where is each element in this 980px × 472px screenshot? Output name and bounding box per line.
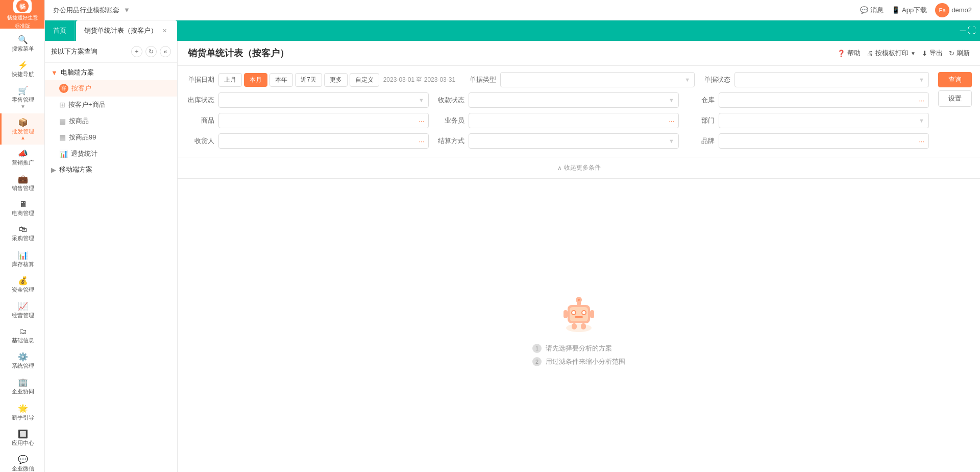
tab-sales-stats[interactable]: 销货单统计表（按客户） ✕	[76, 20, 177, 41]
collapse-label: 收起更多条件	[564, 163, 601, 172]
refresh-btn[interactable]: ↻ 刷新	[949, 49, 970, 58]
sidebar-item-marketing[interactable]: 📣 营销推广	[0, 145, 44, 170]
payment-arrow: ▼	[669, 97, 674, 103]
download-icon: 📱	[892, 6, 900, 14]
tab-minimize-btn[interactable]: ─	[960, 26, 966, 35]
tab-home[interactable]: 首页	[45, 20, 75, 41]
scheme-item-by-customer[interactable]: 客 按客户	[45, 80, 177, 97]
sales-stats-tab-label: 销货单统计表（按客户）	[84, 26, 157, 35]
order-status-select[interactable]: ▼	[734, 72, 929, 87]
this-year-btn[interactable]: 本年	[270, 73, 293, 87]
print-icon: 🖨	[867, 50, 873, 57]
template-print-btn[interactable]: 🖨 按模板打印 ▼	[867, 49, 916, 58]
tab-close-btn[interactable]: ✕	[160, 27, 168, 35]
sidebar-label-system: 系统管理	[12, 363, 34, 369]
more-date-btn[interactable]: 更多	[324, 73, 348, 87]
sidebar-item-finance[interactable]: 💰 资金管理	[0, 272, 44, 297]
account-dropdown-arrow[interactable]: ▼	[124, 6, 130, 14]
warehouse-dots: ···	[919, 97, 924, 104]
help-btn[interactable]: ❓ 帮助	[837, 49, 861, 58]
scheme-collapse-btn[interactable]: «	[160, 46, 171, 57]
sidebar-label-purchase: 采购管理	[12, 235, 34, 242]
wechat-icon: 💬	[18, 455, 28, 464]
logo-icon: 畅	[13, 0, 32, 13]
mobile-group-label: 移动端方案	[59, 165, 92, 174]
scheme-list: ▼ 电脑端方案 客 按客户 ⊞ 按客户+商品 ▦	[45, 63, 177, 472]
last-month-btn[interactable]: 上月	[218, 73, 242, 87]
sidebar-label-retail: 零售管理	[12, 97, 34, 103]
warehouse-select[interactable]: ···	[719, 92, 929, 108]
scheme-group-mobile-header[interactable]: ▶ 移动端方案	[45, 162, 177, 177]
scheme-item-by-customer-product[interactable]: ⊞ 按客户+商品	[45, 97, 177, 113]
sidebar-item-purchase[interactable]: 🛍 采购管理	[0, 221, 44, 246]
sidebar-item-newbie[interactable]: 🌟 新手引导	[0, 399, 44, 425]
delivery-status-select[interactable]: ▼	[218, 92, 429, 108]
warehouse-label: 仓库	[688, 96, 715, 105]
collapse-more-conditions-btn[interactable]: ∧ 收起更多条件	[551, 161, 607, 174]
refresh-icon: ↻	[149, 48, 154, 55]
app-download-label: App下载	[902, 6, 927, 15]
last-7-days-btn[interactable]: 近7天	[295, 73, 322, 87]
salesperson-select[interactable]: ···	[469, 113, 679, 128]
scheme-group-desktop-header[interactable]: ▼ 电脑端方案	[45, 65, 177, 80]
sidebar-item-sales[interactable]: 💼 销售管理	[0, 170, 44, 196]
empty-tip-2: 2 用过滤条件来缩小分析范围	[532, 357, 625, 366]
this-month-btn[interactable]: 本月	[244, 73, 267, 87]
svg-text:畅: 畅	[19, 3, 26, 10]
sidebar-item-inventory[interactable]: 📊 库存核算	[0, 246, 44, 272]
settings-btn[interactable]: 设置	[938, 90, 972, 107]
svg-point-8	[582, 311, 585, 314]
tip-text-1: 请先选择要分析的方案	[546, 344, 612, 353]
tab-maximize-btn[interactable]: ⛶	[968, 26, 976, 35]
product-label: 商品	[188, 116, 214, 125]
settlement-select[interactable]: ▼	[469, 133, 679, 149]
settlement-label: 结算方式	[438, 136, 464, 146]
sidebar-item-wechat[interactable]: 💬 企业微信	[0, 451, 44, 472]
product-dots: ···	[419, 117, 424, 125]
order-type-select[interactable]: ▼	[500, 72, 695, 87]
svg-rect-13	[590, 310, 594, 318]
settlement-arrow: ▼	[669, 138, 674, 144]
sidebar-navigation: 🔍 搜索菜单 ⚡ 快捷导航 🛒 零售管理 ▼ 📦 批发管理 ▲ 📣 营销推广 💼…	[0, 29, 44, 472]
custom-date-btn[interactable]: 自定义	[350, 73, 379, 87]
avatar: Ea	[935, 3, 949, 17]
sidebar-item-wholesale[interactable]: 📦 批发管理 ▲	[0, 113, 44, 145]
message-label: 消息	[870, 6, 884, 15]
app-download-btn[interactable]: 📱 App下载	[892, 6, 927, 15]
collapse-icon: «	[164, 48, 167, 55]
scheme-item-return-stats[interactable]: 📊 退货统计	[45, 146, 177, 162]
recipient-select[interactable]: ···	[218, 133, 429, 149]
search-icon: 🔍	[18, 35, 28, 44]
page-title: 销货单统计表（按客户）	[188, 47, 289, 59]
scheme-panel: 按以下方案查询 + ↻ « ▼	[45, 41, 178, 472]
scheme-item-by-product-99[interactable]: ▦ 按商品99	[45, 129, 177, 146]
sidebar-item-operations[interactable]: 📈 经营管理	[0, 297, 44, 323]
scheme-panel-title: 按以下方案查询	[51, 47, 97, 56]
sidebar-label-appstore: 应用中心	[12, 440, 34, 446]
sidebar-item-appstore[interactable]: 🔲 应用中心	[0, 425, 44, 451]
brand-select[interactable]: ···	[719, 133, 929, 149]
user-menu[interactable]: Ea demo2	[935, 3, 972, 17]
sidebar-item-retail[interactable]: 🛒 零售管理 ▼	[0, 82, 44, 113]
sidebar-item-search[interactable]: 🔍 搜索菜单	[0, 31, 44, 56]
scheme-item-by-product[interactable]: ▦ 按商品	[45, 113, 177, 129]
scheme-refresh-btn[interactable]: ↻	[145, 46, 157, 57]
payment-status-select[interactable]: ▼	[469, 92, 679, 108]
message-btn[interactable]: 💬 消息	[860, 6, 884, 15]
sidebar-item-shortcut[interactable]: ⚡ 快捷导航	[0, 56, 44, 82]
sidebar-item-basic[interactable]: 🗂 基础信息	[0, 323, 44, 348]
sidebar-label-marketing: 营销推广	[12, 159, 34, 166]
salesperson-dots: ···	[669, 117, 674, 125]
table-icon-2: ▦	[59, 133, 66, 141]
scheme-group-desktop: ▼ 电脑端方案 客 按客户 ⊞ 按客户+商品 ▦	[45, 65, 177, 162]
sidebar-label-basic: 基础信息	[12, 337, 34, 344]
department-select[interactable]: ▼	[719, 113, 929, 128]
sidebar-item-ecommerce[interactable]: 🖥 电商管理	[0, 196, 44, 221]
product-select[interactable]: ···	[218, 113, 429, 128]
query-btn[interactable]: 查询	[938, 72, 972, 87]
order-status-label: 单据状态	[704, 75, 730, 84]
scheme-add-btn[interactable]: +	[131, 46, 142, 57]
sidebar-item-corp[interactable]: 🏢 企业协同	[0, 373, 44, 399]
sidebar-item-system[interactable]: ⚙️ 系统管理	[0, 348, 44, 373]
export-btn[interactable]: ⬇ 导出	[922, 49, 943, 58]
